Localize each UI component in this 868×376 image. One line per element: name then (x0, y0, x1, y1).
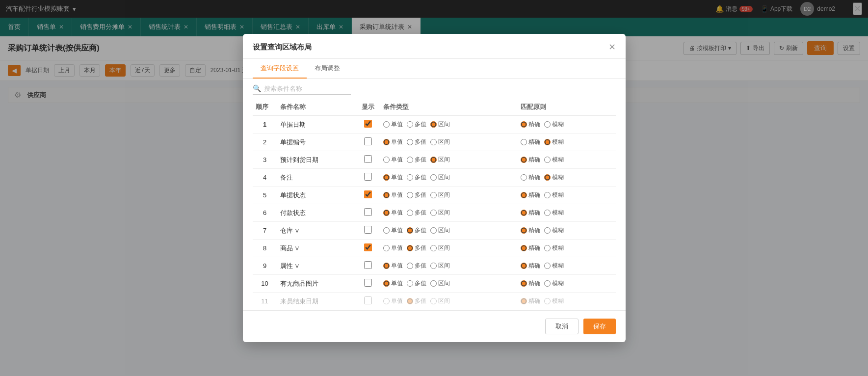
dialog-tab-query[interactable]: 查询字段设置 (253, 59, 307, 79)
dialog-close-button[interactable]: ✕ (608, 42, 616, 53)
dialog-tabs: 查询字段设置 布局调整 (243, 59, 626, 79)
dialog-table-wrapper: 顺序 条件名称 显示 条件类型 匹配原则 1 单据日期 单值 多值 (243, 99, 626, 109)
th-name: 条件名称 (277, 99, 356, 109)
th-display: 显示 (356, 99, 380, 109)
search-icon: 🔍 (253, 84, 261, 92)
dialog-title: 设置查询区域布局 (253, 43, 312, 52)
search-wrap: 🔍 (253, 84, 351, 95)
table-header-row: 顺序 条件名称 显示 条件类型 匹配原则 (253, 99, 616, 109)
dialog-header: 设置查询区域布局 ✕ (243, 34, 626, 59)
th-order: 顺序 (253, 99, 277, 109)
search-input[interactable] (264, 85, 342, 92)
th-match: 匹配原则 (518, 99, 616, 109)
conditions-table: 顺序 条件名称 显示 条件类型 匹配原则 1 单据日期 单值 多值 (253, 99, 616, 109)
th-type: 条件类型 (380, 99, 518, 109)
dialog-tab-layout[interactable]: 布局调整 (307, 59, 348, 79)
dialog-search-area: 🔍 (243, 79, 626, 99)
settings-dialog: 设置查询区域布局 ✕ 查询字段设置 布局调整 🔍 顺序 条件名称 显示 条件类型 (243, 34, 626, 109)
